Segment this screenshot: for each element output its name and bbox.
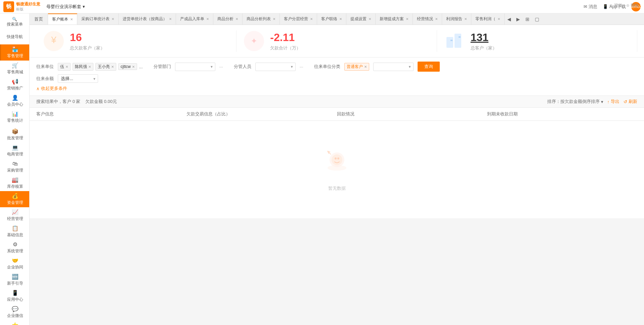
svg-rect-7 [459, 36, 461, 38]
tabs-minimize[interactable]: ▢ [532, 13, 542, 25]
tab-profit-report[interactable]: 利润报告 ✕ [442, 13, 471, 25]
tabs-nav-next[interactable]: ▶ [514, 13, 523, 25]
store-selector[interactable]: 母婴行业演示帐套 ▾ [46, 4, 85, 10]
tab-cost-inbound[interactable]: 产成品入库单 ✕ [176, 13, 213, 25]
tab-add-achievement-close[interactable]: ✕ [406, 17, 409, 21]
app-center-icon: 📱 [12, 290, 18, 296]
tab-retail-profit-close[interactable]: ✕ [498, 17, 500, 21]
data-table: 客户信息 欠款交易信息（占比） 回款情况 到期未收款日期 [30, 108, 644, 218]
tab-operation-status-close[interactable]: ✕ [435, 17, 438, 21]
sidebar-item-member[interactable]: 👤 会员中心 [0, 93, 29, 109]
sidebar-item-enterprise-wechat[interactable]: 💬 企业微信 [0, 304, 29, 320]
tab-goods-analysis-list[interactable]: 商品分析列表 ✕ [243, 13, 280, 25]
person-more-btn[interactable]: ··· [300, 64, 303, 69]
sidebar-item-inventory[interactable]: 🏭 库存核算 [0, 175, 29, 191]
sidebar-item-new-guide[interactable]: 🆕 新手引导 [0, 272, 29, 288]
sidebar-item-retail-mgmt[interactable]: 🏪 零售管理 [0, 44, 29, 61]
tab-customer-book-close[interactable]: ✕ [70, 17, 73, 21]
tab-customer-contact[interactable]: 客户联络 ✕ [317, 13, 346, 25]
sidebar-item-system[interactable]: ⚙ 系统管理 [0, 240, 29, 256]
tab-home[interactable]: 首页 [30, 13, 48, 25]
sidebar-item-app-center[interactable]: 📱 应用中心 [0, 288, 29, 304]
unit-tags-more[interactable]: ... [139, 64, 143, 69]
ecommerce-icon: 💻 [12, 144, 18, 151]
tab-goods-analysis-list-close[interactable]: ✕ [273, 17, 275, 21]
tabs-more[interactable]: ⊞ [523, 13, 532, 25]
tab-customer-segment-close[interactable]: ✕ [310, 17, 313, 21]
finance-icon: 💰 [12, 193, 18, 199]
dept-select[interactable] [175, 63, 215, 71]
unit-tag-0-remove[interactable]: ✕ [66, 65, 68, 69]
unit-tag-0[interactable]: 伍 ✕ [58, 63, 71, 71]
tab-inbound-stats-close[interactable]: ✕ [169, 17, 172, 21]
sidebar-item-vip[interactable]: ⭐ 畅会员 [0, 320, 29, 325]
balance-select[interactable]: 选择... [58, 74, 98, 83]
vip-icon: ⭐ [12, 322, 18, 325]
sidebar-item-marketing[interactable]: 📢 营销推广 [0, 77, 29, 93]
sidebar-item-retail-mall[interactable]: 🛒 零售商城 [0, 61, 29, 77]
tabs-bar: 首页 客户账本 ✕ 采购订单统计表 ✕ 进货单统计表（按商品） ✕ 产成品入库单… [30, 13, 644, 25]
basic-info-label: 基础信息 [7, 232, 23, 238]
customers-label: 总欠款客户（家） [70, 45, 105, 51]
sidebar-item-retail-stats[interactable]: 📊 零售统计 [0, 109, 29, 125]
tab-profit-report-close[interactable]: ✕ [464, 17, 467, 21]
tab-add-achievement-label: 新增提成方案 [380, 16, 404, 22]
tab-goods-analysis-close[interactable]: ✕ [235, 17, 238, 21]
unit-tag-2-remove[interactable]: ✕ [111, 65, 114, 69]
tab-goods-analysis[interactable]: 商品分析 ✕ [213, 13, 243, 25]
unit-tag-1-remove[interactable]: ✕ [88, 65, 91, 69]
unit-type-tag-0-remove[interactable]: ✕ [364, 65, 367, 69]
marketing-label: 营销推广 [7, 85, 23, 91]
dept-more-btn[interactable]: ··· [219, 64, 223, 69]
debt-info: -2.11 欠款合计（万） [270, 31, 301, 51]
sidebar-item-finance[interactable]: 💰 资金管理 [0, 191, 29, 207]
svg-point-12 [337, 157, 339, 159]
total-customers-label: 总客户（家） [471, 45, 497, 51]
tab-operation-status[interactable]: 经营情况 ✕ [413, 13, 442, 25]
col-repayment: 回款情况 [337, 111, 487, 117]
refresh-btn[interactable]: ↺ 刷新 [624, 99, 637, 105]
operation-icon: 📈 [12, 209, 18, 215]
collapse-btn[interactable]: ∧ 收起更多条件 [36, 85, 637, 92]
tab-inbound-stats[interactable]: 进货单统计表（按商品） ✕ [119, 13, 176, 25]
unit-type-select[interactable] [373, 63, 414, 71]
search-label: 搜索菜单 [2, 22, 28, 27]
unit-tag-2[interactable]: 王小亮 ✕ [95, 63, 116, 71]
tab-prompt-settings-close[interactable]: ✕ [369, 17, 371, 21]
tab-purchase-stats[interactable]: 采购订单统计表 ✕ [77, 13, 119, 25]
unit-tag-3-remove[interactable]: ✕ [132, 65, 135, 69]
messages-btn[interactable]: ✉ 消息 [584, 4, 597, 10]
tab-retail-profit[interactable]: 零售利润（ ✕ [471, 13, 505, 25]
sidebar-item-operation[interactable]: 📈 经营管理 [0, 207, 29, 223]
unit-tag-3[interactable]: cjttcw ✕ [118, 63, 137, 70]
sort-chevron-icon: ▾ [601, 99, 603, 104]
unit-type-tag-0[interactable]: 普通客户 ✕ [344, 63, 369, 71]
tab-customer-book[interactable]: 客户账本 ✕ [48, 13, 77, 25]
sidebar-item-batch-mgmt[interactable]: 📦 批发管理 [0, 127, 29, 143]
sidebar-item-purchase[interactable]: 🛍 采购管理 [0, 159, 29, 175]
sidebar-quick-nav[interactable]: 快捷导航 [0, 31, 29, 43]
tab-customer-segment-label: 客户分层经营 [284, 16, 308, 22]
tab-customer-segment[interactable]: 客户分层经营 ✕ [280, 13, 317, 25]
sidebar-search[interactable]: 🔍 搜索菜单 [0, 13, 29, 31]
tab-customer-contact-close[interactable]: ✕ [339, 17, 342, 21]
enterprise-coop-icon: 🤝 [12, 257, 18, 264]
tab-cost-inbound-close[interactable]: ✕ [206, 17, 209, 21]
tab-purchase-stats-close[interactable]: ✕ [112, 17, 114, 21]
refresh-icon: ↺ [624, 99, 627, 104]
person-select[interactable] [255, 63, 296, 71]
unit-tag-1[interactable]: 陈民强 ✕ [73, 63, 93, 71]
sidebar-item-enterprise-coop[interactable]: 🤝 企业协同 [0, 256, 29, 272]
debt-icon: ✦ [243, 30, 265, 52]
sidebar-item-ecommerce[interactable]: 💻 电商管理 [0, 143, 29, 159]
svg-text:¥: ¥ [51, 35, 56, 45]
tab-prompt-settings[interactable]: 提成设置 ✕ [346, 13, 376, 25]
tabs-nav-prev[interactable]: ◀ [505, 13, 514, 25]
query-button[interactable]: 查询 [418, 62, 440, 72]
export-btn[interactable]: ↑ 导出 [607, 99, 620, 105]
tab-inbound-stats-label: 进货单统计表（按商品） [123, 16, 167, 22]
sidebar-item-basic-info[interactable]: 📋 基础信息 [0, 223, 29, 240]
tab-add-achievement[interactable]: 新增提成方案 ✕ [376, 13, 413, 25]
sort-select[interactable]: 排序：按欠款金额倒序排序 ▾ [547, 99, 603, 105]
main-content: 首页 客户账本 ✕ 采购订单统计表 ✕ 进货单统计表（按商品） ✕ 产成品入库单… [30, 13, 644, 325]
